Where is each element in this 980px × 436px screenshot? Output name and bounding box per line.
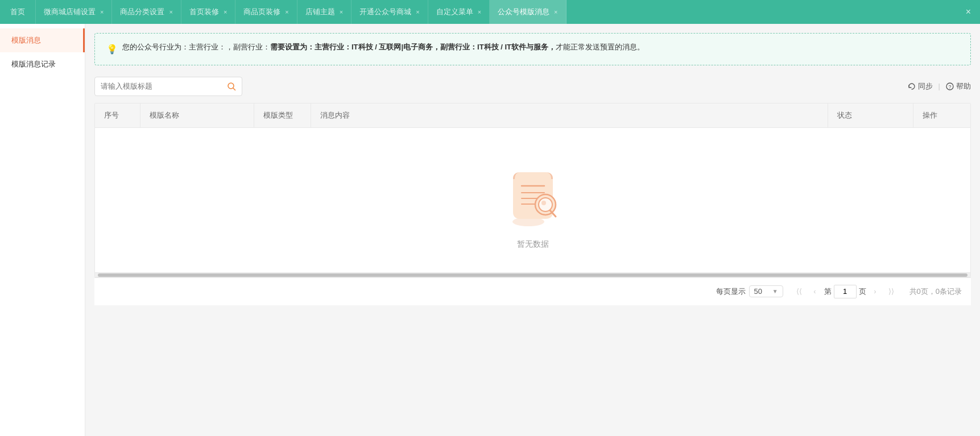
- close-store-theme-tab[interactable]: ×: [340, 9, 343, 15]
- close-weshop-tab[interactable]: ×: [100, 9, 104, 15]
- nav-tab-store-theme-label: 店铺主题: [305, 7, 335, 17]
- page-number-input[interactable]: [834, 285, 857, 298]
- notice-text: 您的公众号行业为：主营行业：，副营行业：需要设置为：主营行业：IT科技 / 互联…: [122, 41, 959, 53]
- lightbulb-icon: 💡: [106, 42, 118, 57]
- nav-tab-home[interactable]: 首页: [0, 0, 36, 24]
- main-layout: 模版消息 模版消息记录 💡 您的公众号行业为：主营行业：，副营行业：需要设置为：…: [0, 24, 980, 436]
- search-input-wrapper[interactable]: [94, 77, 242, 96]
- search-row: 同步 | ? 帮助: [94, 77, 971, 96]
- close-open-mall-tab[interactable]: ×: [416, 9, 419, 15]
- help-button[interactable]: ? 帮助: [946, 81, 971, 92]
- nav-tab-home-decor-label: 首页装修: [189, 7, 219, 17]
- content-area: 💡 您的公众号行业为：主营行业：，副营行业：需要设置为：主营行业：IT科技 / …: [85, 24, 980, 436]
- nav-tab-product-category[interactable]: 商品分类设置 ×: [112, 0, 181, 24]
- sync-label: 同步: [918, 81, 933, 92]
- first-page-button[interactable]: ⟨⟨: [792, 285, 806, 298]
- close-product-decor-tab[interactable]: ×: [285, 9, 288, 15]
- help-label: 帮助: [956, 81, 971, 92]
- svg-point-10: [539, 198, 552, 211]
- close-home-decor-tab[interactable]: ×: [224, 9, 227, 15]
- sidebar-item-template-msg-label: 模版消息: [11, 36, 41, 44]
- svg-text:?: ?: [948, 84, 951, 90]
- notice-highlight: 需要设置为：主营行业：IT科技 / 互联网|电子商务，副营行业：IT科技 / I…: [270, 43, 556, 51]
- total-info: 共0页，0条记录: [909, 286, 962, 297]
- col-status-header: 状态: [828, 103, 913, 127]
- page-navigation: ⟨⟨ ‹ 第 页 › ⟩⟩: [792, 285, 898, 298]
- sidebar: 模版消息 模版消息记录: [0, 24, 85, 436]
- nav-tab-product-decor[interactable]: 商品页装修 ×: [235, 0, 297, 24]
- search-icon[interactable]: [227, 82, 236, 91]
- nav-tab-open-mall[interactable]: 开通公众号商城 ×: [352, 0, 428, 24]
- close-all-tabs-button[interactable]: ×: [957, 0, 980, 24]
- nav-tab-weshop-label: 微商城店铺设置: [44, 7, 96, 17]
- empty-text: 暂无数据: [517, 239, 549, 250]
- svg-line-1: [233, 88, 235, 90]
- sync-button[interactable]: 同步: [908, 81, 933, 92]
- col-no-header: 序号: [95, 103, 140, 127]
- col-name-header: 模版名称: [140, 103, 254, 127]
- notice-prefix: 您的公众号行业为：主营行业：，副营行业：: [122, 43, 270, 51]
- horizontal-scrollbar[interactable]: [95, 272, 970, 277]
- page-label-before: 第: [824, 286, 832, 297]
- page-size-dropdown[interactable]: 50 ▼: [749, 285, 783, 297]
- notice-banner: 💡 您的公众号行业为：主营行业：，副营行业：需要设置为：主营行业：IT科技 / …: [94, 33, 971, 65]
- sidebar-item-template-msg[interactable]: 模版消息: [0, 28, 85, 52]
- actions-divider: |: [938, 82, 940, 90]
- prev-page-button[interactable]: ‹: [808, 285, 822, 298]
- next-page-button[interactable]: ›: [869, 285, 882, 298]
- nav-tab-product-decor-label: 商品页装修: [243, 7, 280, 17]
- nav-tab-store-theme[interactable]: 店铺主题 ×: [297, 0, 352, 24]
- empty-state: 暂无数据: [95, 128, 970, 272]
- last-page-button[interactable]: ⟩⟩: [884, 285, 898, 298]
- page-input-wrapper: 第 页: [824, 285, 866, 298]
- sidebar-item-template-msg-log-label: 模版消息记录: [11, 60, 56, 68]
- nav-tab-open-mall-label: 开通公众号商城: [359, 7, 411, 17]
- page-size-label: 每页显示: [716, 286, 746, 297]
- close-custom-menu-tab[interactable]: ×: [478, 9, 481, 15]
- table-wrapper: 序号 模版名称 模版类型 消息内容 状态 操作: [94, 103, 971, 277]
- nav-tab-weshop[interactable]: 微商城店铺设置 ×: [36, 0, 112, 24]
- search-input[interactable]: [101, 82, 227, 90]
- page-size-select: 每页显示 50 ▼: [716, 285, 783, 297]
- pagination-row: 每页显示 50 ▼ ⟨⟨ ‹ 第 页 › ⟩⟩ 共0页，0条记录: [94, 277, 971, 305]
- search-actions: 同步 | ? 帮助: [908, 81, 971, 92]
- top-nav-bar: 首页 微商城店铺设置 × 商品分类设置 × 首页装修 × 商品页装修 × 店铺主…: [0, 0, 980, 24]
- dropdown-chevron-icon: ▼: [772, 288, 778, 294]
- close-template-msg-tab[interactable]: ×: [554, 9, 557, 15]
- page-size-value: 50: [754, 287, 762, 296]
- sidebar-item-template-msg-log[interactable]: 模版消息记录: [0, 52, 85, 76]
- col-type-header: 模版类型: [254, 103, 311, 127]
- nav-tab-product-category-label: 商品分类设置: [120, 7, 164, 17]
- col-content-header: 消息内容: [311, 103, 828, 127]
- table-header: 序号 模版名称 模版类型 消息内容 状态 操作: [95, 103, 970, 128]
- nav-tab-custom-menu[interactable]: 自定义菜单 ×: [428, 0, 490, 24]
- col-action-header: 操作: [913, 103, 970, 127]
- close-product-category-tab[interactable]: ×: [169, 9, 172, 15]
- nav-tab-custom-menu-label: 自定义菜单: [436, 7, 473, 17]
- nav-tab-home-decor[interactable]: 首页装修 ×: [181, 0, 235, 24]
- empty-illustration: [499, 162, 567, 230]
- scrollbar-thumb[interactable]: [98, 273, 967, 277]
- nav-tab-home-label: 首页: [10, 7, 25, 17]
- nav-tab-template-msg-label: 公众号模版消息: [498, 7, 549, 17]
- nav-tab-template-msg[interactable]: 公众号模版消息 ×: [490, 0, 566, 24]
- svg-point-12: [541, 201, 546, 205]
- notice-suffix: 才能正常发送预置的消息。: [556, 43, 644, 51]
- page-label-after: 页: [859, 286, 866, 297]
